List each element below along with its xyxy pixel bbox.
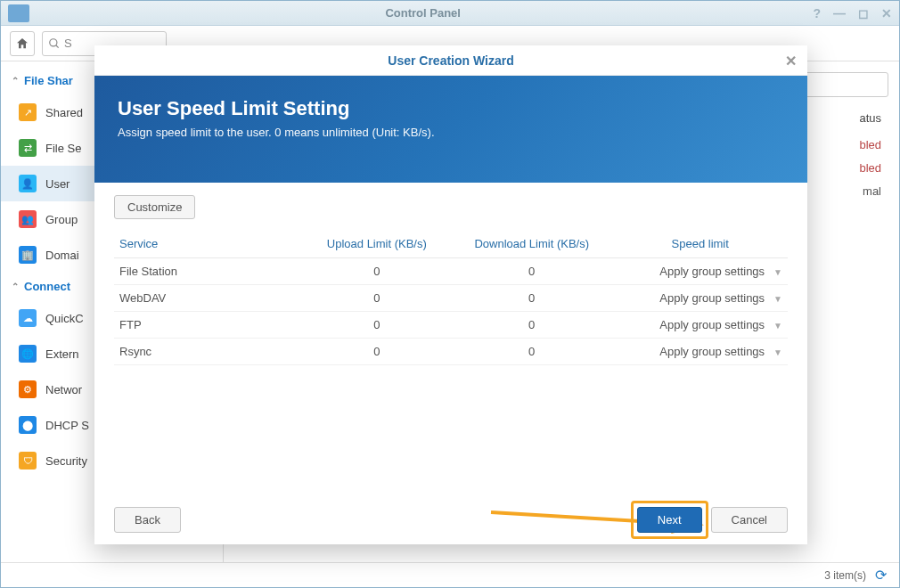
banner-title: User Speed Limit Setting (118, 97, 784, 120)
cancel-button[interactable]: Cancel (711, 507, 788, 533)
bg-column-header: atus (859, 111, 881, 125)
table-row: FTP00Apply group settings▼ (114, 312, 788, 339)
close-window-icon[interactable]: ✕ (881, 6, 892, 20)
modal-banner: User Speed Limit Setting Assign speed li… (94, 76, 807, 183)
app-icon (8, 4, 29, 22)
sidebar-icon: ☁ (19, 309, 37, 327)
titlebar: Control Panel ? — ◻ ✕ (1, 1, 899, 26)
back-button[interactable]: Back (114, 507, 181, 533)
chevron-up-icon: ⌃ (12, 76, 19, 86)
sidebar-item-label: QuickC (45, 312, 84, 325)
cell-upload: 0 (303, 312, 451, 339)
cell-speed-dropdown[interactable]: Apply group settings▼ (612, 285, 788, 312)
cell-download: 0 (451, 285, 612, 312)
window-title: Control Panel (33, 6, 813, 20)
search-placeholder: S (64, 37, 72, 50)
chevron-up-icon: ⌃ (12, 282, 19, 291)
sidebar-item-label: Domai (45, 249, 79, 262)
user-creation-wizard-modal: User Creation Wizard ✕ User Speed Limit … (94, 45, 807, 544)
sidebar-icon: 🏢 (19, 246, 37, 264)
sidebar-icon: 👤 (19, 175, 37, 192)
table-row: Rsync00Apply group settings▼ (114, 339, 788, 365)
cell-service: Rsync (114, 339, 303, 365)
cell-download: 0 (451, 312, 612, 339)
cell-service: File Station (114, 258, 303, 285)
window-controls: ? — ◻ ✕ (813, 6, 892, 20)
home-button[interactable] (10, 31, 35, 56)
item-count: 3 item(s) (824, 569, 866, 582)
modal-title: User Creation Wizard (388, 53, 513, 68)
sidebar-icon: ⚙ (19, 380, 37, 398)
col-download[interactable]: Download Limit (KB/s) (451, 230, 612, 258)
next-button[interactable]: Next (637, 507, 702, 533)
sidebar-item-label: File Se (45, 142, 81, 155)
bg-row-2: bled (859, 161, 881, 175)
cell-upload: 0 (303, 339, 451, 365)
table-row: File Station00Apply group settings▼ (114, 258, 788, 285)
footer: 3 item(s) ⟳ (1, 562, 899, 587)
chevron-down-icon: ▼ (773, 294, 782, 304)
chevron-down-icon: ▼ (773, 267, 782, 277)
col-service[interactable]: Service (114, 230, 303, 258)
home-icon (15, 37, 29, 51)
close-icon[interactable]: ✕ (785, 53, 797, 69)
cell-speed-dropdown[interactable]: Apply group settings▼ (612, 312, 788, 339)
sidebar-item-label: User (45, 177, 70, 191)
bg-row-1: bled (859, 138, 881, 151)
cell-service: WebDAV (114, 285, 303, 312)
cell-download: 0 (451, 258, 612, 285)
cell-speed-dropdown[interactable]: Apply group settings▼ (612, 339, 788, 365)
col-speed[interactable]: Speed limit (612, 230, 788, 258)
sidebar-item-label: Networ (45, 383, 82, 396)
minimize-icon[interactable]: — (833, 6, 846, 20)
sidebar-icon: ⬤ (19, 416, 37, 434)
bg-row-3: mal (863, 184, 881, 198)
cell-speed-dropdown[interactable]: Apply group settings▼ (612, 258, 788, 285)
cell-service: FTP (114, 312, 303, 339)
modal-body: Customize Service Upload Limit (KB/s) Do… (94, 183, 807, 494)
svg-point-0 (50, 38, 57, 45)
modal-footer: Back Next Cancel (94, 494, 807, 544)
table-row: WebDAV00Apply group settings▼ (114, 285, 788, 312)
modal-titlebar: User Creation Wizard ✕ (94, 45, 807, 76)
help-icon[interactable]: ? (813, 6, 821, 20)
sidebar-icon: 👥 (19, 210, 37, 228)
col-upload[interactable]: Upload Limit (KB/s) (303, 230, 451, 258)
sidebar-item-label: Group (45, 213, 78, 226)
chevron-down-icon: ▼ (773, 347, 782, 357)
sidebar-item-label: Shared (45, 106, 83, 119)
chevron-down-icon: ▼ (773, 321, 782, 331)
sidebar-item-label: DHCP S (45, 419, 89, 432)
customize-button[interactable]: Customize (114, 195, 195, 219)
cell-upload: 0 (303, 258, 451, 285)
sidebar-item-label: Extern (45, 347, 79, 361)
refresh-icon[interactable]: ⟳ (875, 567, 887, 584)
sidebar-icon: ↗ (19, 103, 37, 121)
search-icon (48, 37, 61, 50)
sidebar-icon: ⇄ (19, 139, 37, 157)
cell-download: 0 (451, 339, 612, 365)
sidebar-item-label: Security (45, 454, 87, 468)
control-panel-window: Control Panel ? — ◻ ✕ S ⌃ File Shar ↗Sha… (0, 0, 900, 588)
speed-limit-table: Service Upload Limit (KB/s) Download Lim… (114, 230, 788, 365)
maximize-icon[interactable]: ◻ (858, 6, 869, 20)
banner-subtitle: Assign speed limit to the user. 0 means … (118, 126, 784, 139)
svg-line-1 (56, 45, 59, 47)
cell-upload: 0 (303, 285, 451, 312)
sidebar-icon: 🛡 (19, 452, 37, 470)
sidebar-icon: 🌐 (19, 345, 37, 363)
